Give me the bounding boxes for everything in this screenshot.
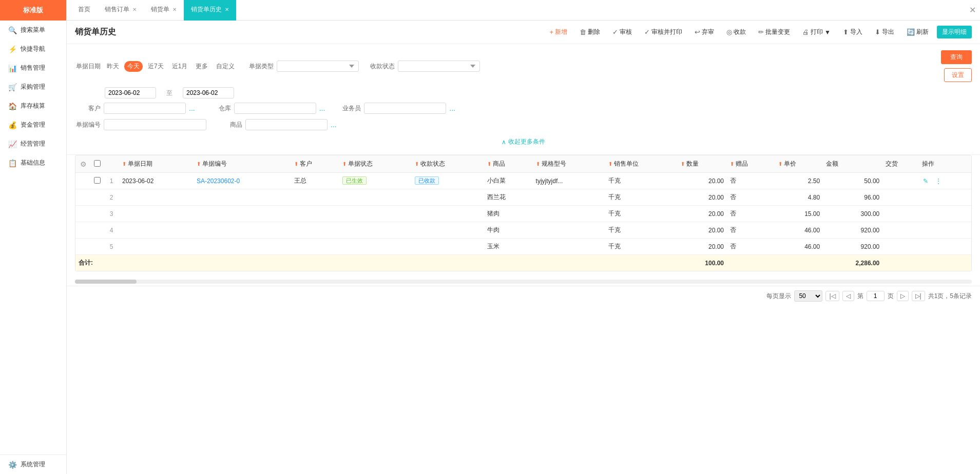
warehouse-input[interactable] — [234, 103, 316, 114]
salesman-input[interactable] — [364, 103, 446, 114]
spec-col-header[interactable]: ⬆ 规格型号 — [533, 155, 605, 173]
qty-col-header[interactable]: ⬆ 数量 — [678, 155, 727, 173]
discard-button[interactable]: ↩ 弃审 — [690, 26, 718, 38]
refresh-button[interactable]: 🔄 刷新 — [902, 26, 933, 38]
salesman-filter-group: 业务员 ... — [335, 103, 455, 114]
page-size-select[interactable]: 50 100 — [794, 290, 822, 302]
doc-no-cell[interactable] — [194, 239, 291, 255]
checkbox-cell[interactable] — [91, 206, 104, 222]
close-icon[interactable]: ✕ — [172, 7, 177, 12]
checkbox-cell[interactable] — [91, 239, 104, 255]
collapse-button[interactable]: ∧ 收起更多条件 — [75, 135, 972, 148]
page-number-input[interactable] — [867, 291, 885, 301]
date-tag-1month[interactable]: 近1月 — [169, 61, 191, 72]
sidebar-item-sales-mgmt[interactable]: 📊 销售管理 — [0, 58, 66, 77]
customer-input[interactable] — [104, 103, 186, 114]
audit-print-button[interactable]: ✓ 审核并打印 — [640, 26, 686, 38]
tab-sales-invoice[interactable]: 销货单 ✕ — [144, 0, 184, 21]
goods-dots-button[interactable]: ... — [331, 121, 337, 129]
gift-col-header[interactable]: ⬆ 赠品 — [727, 155, 775, 173]
payment-status-filter-group: 收款状态 — [369, 61, 480, 72]
payment-status-cell — [412, 206, 484, 222]
edit-action-button[interactable]: ✎ — [922, 176, 929, 186]
customer-col-header[interactable]: ⬆ 客户 — [291, 155, 339, 173]
table-row: 5 玉米 千克 20.00 否 46.00 920.00 — [75, 239, 971, 255]
date-tag-yesterday[interactable]: 昨天 — [104, 61, 122, 72]
payment-status-select[interactable] — [398, 61, 480, 72]
table-settings-icon[interactable]: ⚙ — [80, 160, 87, 168]
settings-col-header[interactable]: ⚙ — [75, 155, 91, 173]
tab-sales-history[interactable]: 销货单历史 ✕ — [184, 0, 236, 21]
row-no-cell: 5 — [104, 239, 119, 255]
query-button[interactable]: 查询 — [941, 50, 972, 64]
doc-no-cell[interactable] — [194, 189, 291, 206]
doc-type-label: 单据类型 — [248, 62, 274, 71]
warehouse-dots-button[interactable]: ... — [319, 104, 325, 112]
export-button[interactable]: ⬇ 导出 — [871, 26, 898, 38]
sidebar-item-operations[interactable]: 📈 经营管理 — [0, 134, 66, 153]
horizontal-scrollbar[interactable] — [67, 280, 980, 286]
select-all-checkbox[interactable] — [94, 160, 101, 167]
customer-dots-button[interactable]: ... — [189, 104, 195, 112]
date-tag-today[interactable]: 今天 — [124, 61, 143, 72]
customer-filter-group: 客户 ... — [75, 103, 195, 114]
audit-button[interactable]: ✓ 审核 — [608, 26, 636, 38]
sidebar-item-search-menu[interactable]: 🔍 搜索菜单 — [0, 21, 66, 40]
checkbox-cell[interactable] — [91, 189, 104, 206]
doc-no-col-header[interactable]: ⬆ 单据编号 — [194, 155, 291, 173]
first-page-button[interactable]: |◁ — [825, 291, 839, 301]
sort-icon: ⬆ — [681, 161, 685, 167]
doc-no-cell[interactable] — [194, 222, 291, 239]
sidebar: 标准版 🔍 搜索菜单 ⚡ 快捷导航 📊 销售管理 🛒 采购管理 🏠 库存核算 💰… — [0, 0, 67, 474]
close-icon[interactable]: ✕ — [225, 7, 229, 12]
doc-no-cell[interactable]: SA-20230602-0 — [194, 173, 291, 189]
sidebar-item-finance[interactable]: 💰 资金管理 — [0, 115, 66, 134]
prev-page-button[interactable]: ◁ — [842, 291, 854, 301]
date-tag-more[interactable]: 更多 — [193, 61, 211, 72]
date-tag-7days[interactable]: 近7天 — [145, 61, 167, 72]
sidebar-item-purchase-mgmt[interactable]: 🛒 采购管理 — [0, 77, 66, 96]
sidebar-item-basic-info[interactable]: 📋 基础信息 — [0, 153, 66, 172]
doc-status-col-header[interactable]: ⬆ 单据状态 — [339, 155, 412, 173]
settings-cell — [75, 173, 91, 189]
filter-settings-button[interactable]: 设置 — [944, 68, 972, 82]
show-detail-button[interactable]: 显示明细 — [937, 26, 972, 38]
doc-no-cell[interactable] — [194, 206, 291, 222]
delete-button[interactable]: 🗑 删除 — [575, 26, 604, 38]
collect-button[interactable]: ◎ 收款 — [722, 26, 750, 38]
next-page-button[interactable]: ▷ — [897, 291, 909, 301]
sidebar-item-quick-nav[interactable]: ⚡ 快捷导航 — [0, 40, 66, 58]
more-action-button[interactable]: ⋮ — [934, 176, 943, 186]
customer-cell — [291, 222, 339, 239]
scroll-thumb[interactable] — [75, 280, 137, 284]
close-icon[interactable]: ✕ — [132, 7, 137, 12]
cart-icon: 🛒 — [8, 83, 16, 91]
close-all-tabs-button[interactable]: ✕ — [969, 5, 976, 15]
spec-cell: tyjyjtyjdf... — [533, 173, 605, 189]
scroll-track — [75, 280, 972, 284]
sidebar-item-system[interactable]: ⚙️ 系统管理 — [0, 455, 66, 474]
goods-input[interactable] — [245, 119, 328, 130]
row-checkbox[interactable] — [94, 177, 101, 184]
import-button[interactable]: ⬆ 导入 — [839, 26, 867, 38]
payment-status-col-header[interactable]: ⬆ 收款状态 — [412, 155, 484, 173]
print-button[interactable]: 🖨 打印 ▼ — [798, 26, 835, 38]
batch-change-button[interactable]: ✏ 批量变更 — [754, 26, 794, 38]
checkbox-cell[interactable] — [91, 222, 104, 239]
date-from-input[interactable] — [105, 87, 156, 98]
unit-col-header[interactable]: ⬆ 销售单位 — [605, 155, 678, 173]
doc-no-input[interactable] — [104, 119, 206, 130]
sidebar-item-inventory[interactable]: 🏠 库存核算 — [0, 96, 66, 115]
date-tag-custom[interactable]: 自定义 — [213, 61, 238, 72]
doc-type-select[interactable] — [277, 61, 359, 72]
add-button[interactable]: + 新增 — [546, 26, 572, 38]
checkbox-cell[interactable] — [91, 173, 104, 189]
unit-price-col-header[interactable]: ⬆ 单价 — [775, 155, 823, 173]
tab-home[interactable]: 首页 — [71, 0, 98, 21]
tab-sales-order[interactable]: 销售订单 ✕ — [98, 0, 144, 21]
goods-col-header[interactable]: ⬆ 商品 — [484, 155, 533, 173]
doc-date-col-header[interactable]: ⬆ 单据日期 — [119, 155, 194, 173]
last-page-button[interactable]: ▷| — [912, 291, 925, 301]
date-to-input[interactable] — [183, 87, 234, 98]
salesman-dots-button[interactable]: ... — [449, 104, 455, 112]
